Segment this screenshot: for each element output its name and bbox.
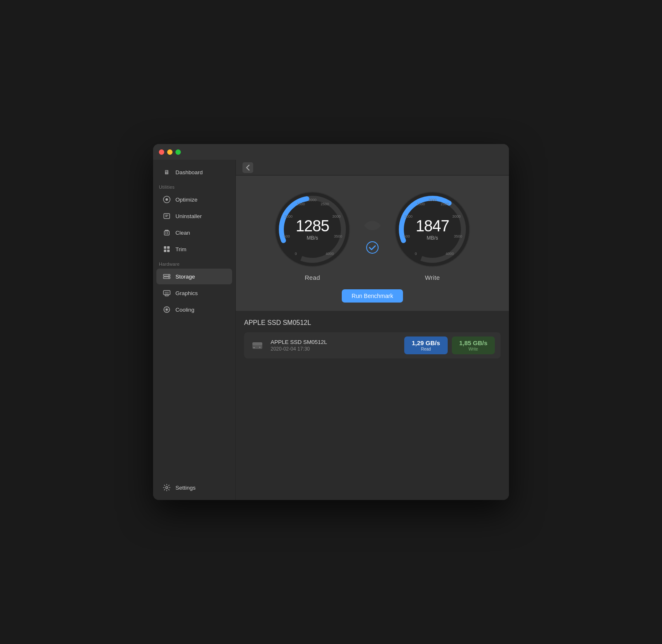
read-gauge-value: 1285 MB/s bbox=[296, 218, 329, 241]
svg-rect-44 bbox=[252, 342, 262, 345]
clean-icon bbox=[162, 228, 171, 237]
svg-text:0: 0 bbox=[415, 252, 417, 256]
sidebar-item-label: Storage bbox=[175, 274, 195, 280]
run-benchmark-button[interactable]: Run Benchmark bbox=[342, 289, 403, 303]
read-value-unit: MB/s bbox=[296, 235, 329, 241]
maximize-button[interactable] bbox=[175, 149, 181, 155]
svg-text:4000: 4000 bbox=[326, 252, 334, 256]
back-button[interactable] bbox=[242, 162, 253, 173]
svg-rect-13 bbox=[165, 295, 168, 296]
sidebar-item-optimize[interactable]: Optimize bbox=[156, 192, 232, 207]
result-row: APPLE SSD SM0512L 2020-02-04 17:30 1,29 … bbox=[244, 332, 501, 358]
close-button[interactable] bbox=[159, 149, 164, 155]
trim-icon bbox=[162, 245, 171, 254]
minimize-button[interactable] bbox=[167, 149, 173, 155]
utilities-section-label: Utilities bbox=[153, 180, 235, 191]
svg-rect-7 bbox=[167, 250, 170, 252]
svg-text:4000: 4000 bbox=[446, 252, 454, 256]
svg-rect-3 bbox=[164, 231, 169, 235]
svg-point-10 bbox=[168, 275, 169, 276]
read-gauge: 0 500 1000 1500 2000 2500 3000 3500 4000 bbox=[271, 188, 354, 271]
svg-text:1500: 1500 bbox=[297, 202, 305, 206]
write-badge-value: 1,85 GB/s bbox=[459, 339, 487, 346]
sidebar-item-cooling[interactable]: Cooling bbox=[156, 302, 232, 317]
check-circle-icon bbox=[366, 241, 379, 254]
sidebar-item-label: Settings bbox=[175, 485, 196, 491]
write-gauge-label: Write bbox=[425, 274, 440, 281]
svg-point-11 bbox=[168, 277, 169, 278]
read-badge-label: Read bbox=[412, 347, 440, 351]
write-gauge: 0 500 1000 1500 2000 2500 3000 3500 4000 bbox=[391, 188, 474, 271]
result-badges: 1,29 GB/s Read 1,85 GB/s Write bbox=[404, 336, 495, 354]
sidebar-item-storage[interactable]: Storage bbox=[156, 269, 232, 284]
svg-point-30 bbox=[367, 242, 378, 253]
sidebar-item-label: Graphics bbox=[175, 290, 198, 296]
sidebar-item-trim[interactable]: Trim bbox=[156, 241, 232, 257]
cooling-icon bbox=[162, 305, 171, 314]
optimize-icon bbox=[162, 195, 171, 204]
connector-svg bbox=[362, 215, 383, 236]
write-value-unit: MB/s bbox=[416, 235, 449, 241]
svg-text:3500: 3500 bbox=[334, 234, 342, 238]
main-header bbox=[236, 160, 509, 175]
gauges-row: 0 500 1000 1500 2000 2500 3000 3500 4000 bbox=[271, 188, 474, 281]
sidebar-bottom: Settings bbox=[153, 479, 235, 500]
sidebar: 🖥 Dashboard Utilities Optimize bbox=[153, 160, 236, 500]
titlebar bbox=[153, 144, 509, 160]
result-disk-name: APPLE SSD SM0512L bbox=[271, 339, 398, 345]
sidebar-item-label: Dashboard bbox=[175, 169, 203, 175]
sidebar-item-label: Uninstaller bbox=[175, 213, 202, 219]
svg-text:2500: 2500 bbox=[321, 202, 329, 206]
results-section: APPLE SSD SM0512L APPLE SSD SM0512L 2020… bbox=[236, 311, 509, 500]
sidebar-item-label: Trim bbox=[175, 246, 187, 252]
write-gauge-wrapper: 0 500 1000 1500 2000 2500 3000 3500 4000 bbox=[391, 188, 474, 281]
svg-rect-45 bbox=[253, 347, 255, 348]
read-badge-value: 1,29 GB/s bbox=[412, 339, 440, 346]
read-gauge-wrapper: 0 500 1000 1500 2000 2500 3000 3500 4000 bbox=[271, 188, 354, 281]
hardware-section-label: Hardware bbox=[153, 257, 235, 268]
svg-text:1500: 1500 bbox=[417, 202, 425, 206]
settings-icon bbox=[162, 483, 171, 492]
write-badge: 1,85 GB/s Write bbox=[452, 336, 495, 354]
read-value-number: 1285 bbox=[296, 218, 329, 234]
sidebar-item-label: Optimize bbox=[175, 197, 197, 203]
traffic-lights bbox=[159, 149, 181, 155]
svg-point-1 bbox=[166, 198, 168, 201]
svg-rect-5 bbox=[167, 246, 170, 249]
svg-point-17 bbox=[166, 487, 168, 489]
graphics-icon bbox=[162, 288, 171, 298]
svg-text:3500: 3500 bbox=[454, 234, 462, 238]
svg-rect-4 bbox=[164, 246, 166, 249]
read-gauge-label: Read bbox=[305, 274, 320, 281]
sidebar-item-label: Cooling bbox=[175, 307, 194, 313]
app-window: 🖥 Dashboard Utilities Optimize bbox=[153, 144, 509, 500]
gauge-connector bbox=[362, 215, 383, 254]
sidebar-item-dashboard[interactable]: 🖥 Dashboard bbox=[156, 164, 232, 180]
sidebar-item-graphics[interactable]: Graphics bbox=[156, 285, 232, 301]
svg-text:1000: 1000 bbox=[284, 214, 293, 219]
sidebar-item-uninstaller[interactable]: Uninstaller bbox=[156, 208, 232, 224]
sidebar-item-settings[interactable]: Settings bbox=[156, 480, 232, 495]
disk-icon bbox=[250, 338, 265, 353]
write-badge-label: Write bbox=[459, 347, 487, 351]
sidebar-item-clean[interactable]: Clean bbox=[156, 225, 232, 240]
svg-text:3000: 3000 bbox=[332, 214, 341, 219]
svg-text:0: 0 bbox=[295, 252, 297, 256]
svg-text:500: 500 bbox=[403, 234, 410, 238]
result-disk-date: 2020-02-04 17:30 bbox=[271, 346, 398, 352]
svg-text:1000: 1000 bbox=[404, 214, 413, 219]
write-value-number: 1847 bbox=[416, 218, 449, 234]
storage-icon bbox=[162, 272, 171, 281]
svg-rect-6 bbox=[164, 250, 166, 252]
window-body: 🖥 Dashboard Utilities Optimize bbox=[153, 160, 509, 500]
svg-point-16 bbox=[166, 309, 168, 311]
dashboard-icon: 🖥 bbox=[162, 168, 171, 177]
svg-point-46 bbox=[259, 346, 261, 348]
svg-text:2500: 2500 bbox=[441, 202, 449, 206]
svg-text:500: 500 bbox=[283, 234, 290, 238]
svg-text:2000: 2000 bbox=[428, 198, 437, 202]
svg-rect-2 bbox=[164, 214, 170, 219]
result-info: APPLE SSD SM0512L 2020-02-04 17:30 bbox=[271, 339, 398, 352]
svg-text:2000: 2000 bbox=[308, 198, 317, 202]
svg-rect-14 bbox=[165, 292, 169, 294]
